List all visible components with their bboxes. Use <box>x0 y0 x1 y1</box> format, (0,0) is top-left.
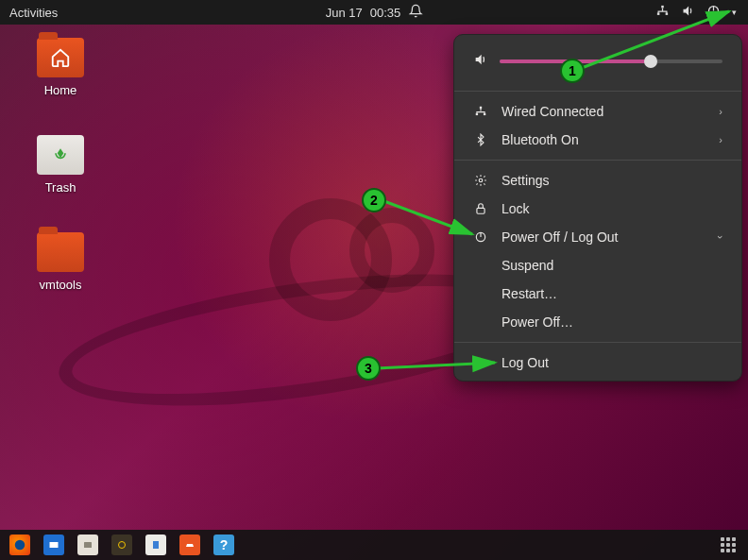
menu-item-label: Restart… <box>502 286 557 301</box>
submenu-item-poweroff[interactable]: Power Off… <box>454 308 741 336</box>
svg-point-12 <box>15 540 26 551</box>
system-menu: Wired Connected › Bluetooth On › Setting… <box>453 34 742 382</box>
time-label: 00:35 <box>370 6 401 20</box>
dock-app-help[interactable]: ? <box>213 535 234 555</box>
volume-icon <box>473 52 488 70</box>
menu-item-label: Log Out <box>502 355 549 370</box>
menu-item-label: Wired Connected <box>502 104 604 119</box>
power-icon <box>706 4 721 21</box>
network-icon <box>655 4 670 21</box>
menu-item-power-logout[interactable]: Power Off / Log Out › <box>454 223 741 251</box>
volume-row <box>454 44 741 85</box>
trash-icon <box>37 135 84 175</box>
menu-item-wired[interactable]: Wired Connected › <box>454 97 741 126</box>
lock-icon <box>473 202 488 215</box>
menu-item-settings[interactable]: Settings <box>454 166 741 195</box>
menu-item-label: Suspend <box>502 258 553 273</box>
svg-rect-1 <box>657 12 660 15</box>
svg-point-8 <box>479 178 483 182</box>
annotation-badge-2: 2 <box>362 188 386 212</box>
dock-app-firefox[interactable] <box>9 535 30 555</box>
desktop-icon-label: Home <box>44 83 77 97</box>
volume-slider[interactable] <box>500 59 722 63</box>
menu-item-label: Bluetooth On <box>502 132 579 147</box>
activities-button[interactable]: Activities <box>0 6 58 20</box>
svg-rect-7 <box>484 113 485 115</box>
desktop-icon-label: Trash <box>45 180 76 195</box>
dock-app-texteditor[interactable] <box>145 535 166 555</box>
power-icon <box>473 230 488 244</box>
bluetooth-icon <box>473 133 488 146</box>
chevron-down-icon: ▾ <box>732 8 737 17</box>
dock-app-files[interactable] <box>77 535 98 555</box>
desktop-icon-vmtools[interactable]: vmtools <box>28 232 93 292</box>
menu-item-label: Power Off… <box>502 314 573 330</box>
svg-rect-2 <box>666 12 669 15</box>
dock-app-software[interactable] <box>179 535 200 555</box>
submenu-item-logout[interactable]: Log Out <box>454 348 741 377</box>
menu-item-bluetooth[interactable]: Bluetooth On › <box>454 126 741 154</box>
network-icon <box>473 105 488 118</box>
dock-app-thunderbird[interactable] <box>43 535 64 555</box>
status-area[interactable]: ▾ <box>655 4 748 21</box>
desktop-icons: Home Trash vmtools <box>28 38 93 292</box>
clock[interactable]: Jun 17 00:35 <box>326 4 423 21</box>
top-bar: Activities Jun 17 00:35 ▾ <box>0 0 748 25</box>
desktop-icon-home[interactable]: Home <box>28 38 93 97</box>
menu-item-label: Lock <box>502 201 530 216</box>
svg-rect-13 <box>84 542 92 548</box>
date-label: Jun 17 <box>326 6 363 20</box>
svg-rect-5 <box>480 107 482 109</box>
menu-item-lock[interactable]: Lock <box>454 195 741 223</box>
notification-icon <box>408 4 422 21</box>
home-icon <box>37 38 84 77</box>
menu-item-label: Settings <box>502 173 550 188</box>
desktop-icon-label: vmtools <box>40 278 82 292</box>
chevron-right-icon: › <box>719 106 722 117</box>
svg-rect-0 <box>661 6 664 8</box>
annotation-badge-1: 1 <box>560 59 585 83</box>
svg-rect-15 <box>153 541 159 549</box>
submenu-item-restart[interactable]: Restart… <box>454 280 741 308</box>
folder-icon <box>37 232 84 272</box>
svg-point-14 <box>119 542 126 549</box>
folder-icon <box>37 38 84 77</box>
gear-icon <box>473 174 488 187</box>
annotation-badge-3: 3 <box>356 356 381 381</box>
svg-rect-6 <box>476 113 478 115</box>
svg-rect-9 <box>477 208 484 213</box>
chevron-right-icon: › <box>719 134 722 145</box>
chevron-down-icon: › <box>715 235 726 239</box>
submenu-item-suspend[interactable]: Suspend <box>454 251 741 280</box>
menu-item-label: Power Off / Log Out <box>502 229 618 245</box>
dock: ? <box>0 530 748 560</box>
desktop-icon-trash[interactable]: Trash <box>28 135 93 195</box>
show-applications-button[interactable] <box>718 535 739 555</box>
dock-app-rhythmbox[interactable] <box>111 535 132 555</box>
volume-icon <box>681 4 695 21</box>
